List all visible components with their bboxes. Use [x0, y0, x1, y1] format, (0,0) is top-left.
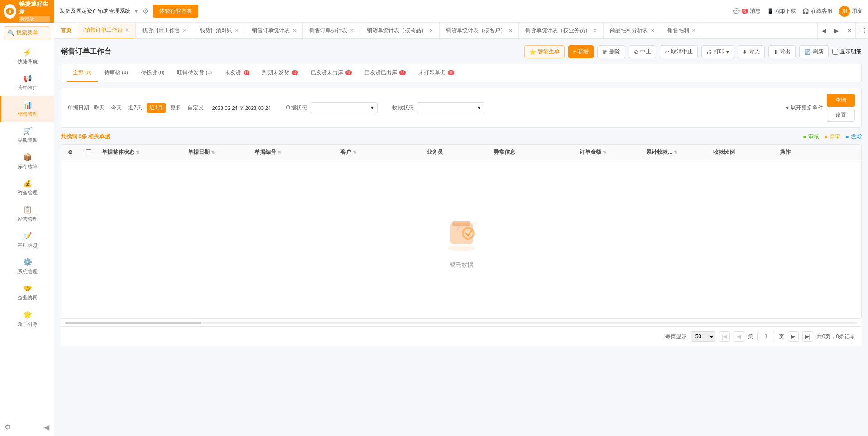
- th-date[interactable]: 单据日期 ⇅: [183, 148, 250, 156]
- cancel-stop-btn[interactable]: ↩ 取消中止: [660, 45, 698, 58]
- search-menu-button[interactable]: 🔍 搜索菜单: [4, 26, 50, 39]
- sidebar-item-system[interactable]: ⚙️ 系统管理: [0, 253, 54, 280]
- sidebar-item-quick-nav[interactable]: ⚡ 快捷导航: [0, 43, 54, 70]
- tab-close-icon-3[interactable]: ✕: [235, 28, 239, 33]
- tab-close-icon-6[interactable]: ✕: [429, 28, 433, 33]
- set-btn[interactable]: 设置: [827, 109, 855, 122]
- first-page-btn[interactable]: |◀: [719, 331, 730, 342]
- industry-solution-button[interactable]: 体验行业方案: [153, 5, 198, 18]
- scroll-thumb[interactable]: [65, 322, 201, 324]
- settings-bottom-btn[interactable]: ⚙: [5, 423, 11, 431]
- sidebar-item-basic[interactable]: 📝 基础信息: [0, 227, 54, 253]
- query-btn[interactable]: 查询: [827, 94, 855, 107]
- sidebar-item-guide[interactable]: 🌟 新手引导: [0, 306, 54, 332]
- tab-sales-exec[interactable]: 销售订单执行表 ✕: [303, 23, 360, 39]
- th-amount[interactable]: 订单金额 ⇅: [575, 148, 642, 156]
- per-page-select[interactable]: 50 20 100: [691, 331, 715, 342]
- reject-btn[interactable]: 弃审: [825, 133, 840, 141]
- th-settings[interactable]: ⚙: [61, 149, 79, 156]
- sidebar-item-operations[interactable]: 📋 经营管理: [0, 201, 54, 227]
- stop-btn[interactable]: ⊘ 中止: [629, 45, 656, 58]
- sidebar-item-marketing[interactable]: 📢 营销推广: [0, 70, 54, 96]
- filter-tab-not-shipped[interactable]: 未发货 0: [218, 64, 256, 82]
- tab-sales-workbench[interactable]: 销售订单工作台 ✕: [78, 23, 136, 39]
- filter-tab-pending-review[interactable]: 待审核 (0): [98, 64, 134, 82]
- message-btn[interactable]: 💬 6 消息: [733, 7, 761, 15]
- import-btn[interactable]: ⬇ 导入: [738, 45, 765, 58]
- tab-scroll-right-btn[interactable]: ▶: [830, 23, 843, 39]
- next-page-btn[interactable]: ▶: [788, 331, 799, 342]
- date-option-1month[interactable]: 近1月: [147, 103, 166, 113]
- online-service-btn[interactable]: 🎧 在线客服: [802, 7, 833, 15]
- delete-btn[interactable]: 🗑 删除: [597, 45, 625, 58]
- tab-sales-more[interactable]: 销售毛利 ✕: [661, 23, 702, 39]
- th-collected[interactable]: 累计收款... ⇅: [642, 148, 708, 156]
- sidebar-item-finance[interactable]: 💰 资金管理: [0, 175, 54, 201]
- filter-tab-pending-inspect[interactable]: 待拣货 (0): [134, 64, 171, 82]
- refresh-btn[interactable]: 🔄 刷新: [799, 45, 829, 58]
- th-ratio[interactable]: 收款比例: [709, 148, 775, 156]
- th-status[interactable]: 单据整体状态 ⇅: [97, 148, 183, 156]
- date-option-custom[interactable]: 自定义: [186, 103, 206, 113]
- tab-sales-stats[interactable]: 销售订单统计表 ✕: [245, 23, 303, 39]
- prev-page-btn[interactable]: ◀: [734, 331, 744, 342]
- tab-expand-btn[interactable]: ⛶: [855, 23, 868, 39]
- ai-generate-btn[interactable]: ⭐ 智能生单: [524, 45, 565, 58]
- tab-close-icon-4[interactable]: ✕: [293, 28, 296, 33]
- ship-btn[interactable]: 发货: [846, 133, 862, 141]
- print-btn[interactable]: 🖨 打印 ▾: [701, 45, 734, 58]
- date-option-today[interactable]: 今天: [109, 103, 124, 113]
- sidebar-item-purchase[interactable]: 🛒 采购管理: [0, 122, 54, 148]
- approve-btn[interactable]: 审核: [803, 133, 819, 141]
- select-all-checkbox[interactable]: [86, 149, 91, 155]
- date-option-yesterday[interactable]: 昨天: [92, 103, 106, 113]
- payment-select[interactable]: ▾: [417, 102, 484, 113]
- filter-tab-overdue-ship[interactable]: 到期未发货 0: [256, 64, 304, 82]
- tab-sales-staff[interactable]: 销货单统计表（按业务员） ✕: [519, 23, 604, 39]
- filter-tab-shipped-out[interactable]: 已发货已出库 0: [358, 64, 412, 82]
- date-option-7days[interactable]: 近7天: [126, 103, 144, 113]
- app-download-btn[interactable]: 📱 App下载: [767, 7, 796, 15]
- horizontal-scrollbar[interactable]: [65, 322, 857, 324]
- collapse-btn[interactable]: ◀: [44, 423, 49, 431]
- app-title-dropdown-arrow[interactable]: ▾: [135, 8, 138, 14]
- date-option-more[interactable]: 更多: [168, 103, 183, 113]
- tab-cash-goods[interactable]: 钱货日清对账 ✕: [193, 23, 245, 39]
- tab-sales-product[interactable]: 销货单统计表（按商品） ✕: [360, 23, 440, 39]
- status-select[interactable]: ▾: [310, 102, 378, 113]
- tab-scroll-left-btn[interactable]: ◀: [817, 23, 830, 39]
- sidebar-item-corp[interactable]: 🤝 企业协同: [0, 280, 54, 306]
- filter-tab-shipped-not-out[interactable]: 已发货未出库 0: [304, 64, 358, 82]
- tab-close-icon-7[interactable]: ✕: [508, 28, 512, 33]
- tab-sales-customer[interactable]: 销货单统计表（按客户） ✕: [440, 23, 519, 39]
- settings-gear-icon[interactable]: ⚙: [142, 7, 149, 15]
- tab-close-icon[interactable]: ✕: [125, 28, 129, 33]
- filter-tab-not-printed[interactable]: 未打印单据 0: [412, 64, 460, 82]
- tab-home[interactable]: 首页: [54, 23, 78, 39]
- last-page-btn[interactable]: ▶|: [802, 331, 813, 342]
- page-input[interactable]: [757, 332, 775, 341]
- user-menu[interactable]: 用 用友: [839, 6, 863, 17]
- tab-close-icon-10[interactable]: ✕: [692, 28, 695, 33]
- tab-cash-daily[interactable]: 钱货日清工作台 ✕: [136, 23, 193, 39]
- tab-close-all-btn[interactable]: ✕: [843, 23, 855, 39]
- filter-tab-all[interactable]: 全部 (0): [67, 64, 98, 82]
- show-detail-checkbox[interactable]: [832, 49, 838, 55]
- th-salesman[interactable]: 业务员: [422, 148, 489, 156]
- tab-sales-margin[interactable]: 商品毛利分析表 ✕: [604, 23, 661, 39]
- th-checkbox[interactable]: [79, 149, 97, 155]
- expand-filter-btn[interactable]: ▾ 展开更多条件: [786, 104, 823, 112]
- sidebar-item-sales[interactable]: 📊 销售管理: [0, 96, 54, 122]
- sidebar-label-quick-nav: 快捷导航: [18, 58, 38, 65]
- th-number[interactable]: 单据编号 ⇅: [250, 148, 336, 156]
- tab-close-icon-9[interactable]: ✕: [651, 28, 654, 33]
- tab-close-icon-2[interactable]: ✕: [183, 28, 187, 33]
- export-btn[interactable]: ⬆ 导出: [768, 45, 796, 58]
- tab-close-icon-5[interactable]: ✕: [350, 28, 354, 33]
- tab-close-icon-8[interactable]: ✕: [593, 28, 597, 33]
- th-customer[interactable]: 客户 ⇅: [336, 148, 422, 156]
- add-btn[interactable]: + 新增: [568, 45, 594, 58]
- sidebar-item-inventory[interactable]: 📦 库存核算: [0, 148, 54, 175]
- filter-tab-wangpu[interactable]: 旺铺待发货 (0): [171, 64, 218, 82]
- th-abnormal[interactable]: 异常信息: [489, 148, 575, 156]
